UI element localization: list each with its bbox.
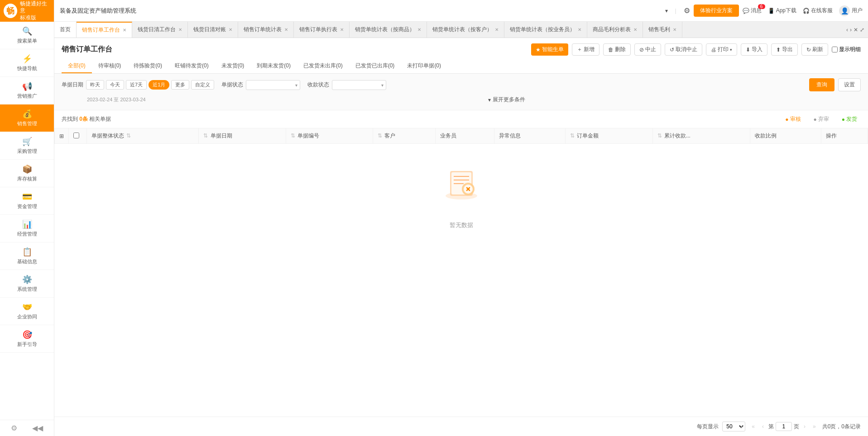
subtab-8[interactable]: 未打印单据(0) bbox=[401, 59, 447, 73]
subtab-4[interactable]: 未发货(0) bbox=[215, 59, 251, 73]
subtab-1[interactable]: 待审核(0) bbox=[92, 59, 128, 73]
tab-6[interactable]: 销货单统计表（按商品）✕ bbox=[350, 22, 427, 38]
subtab-5[interactable]: 到期未发货(0) bbox=[250, 59, 297, 73]
sidebar-item-经营管理[interactable]: 📊经营管理 bbox=[0, 215, 54, 242]
import-btn[interactable]: ⬇ 导入 bbox=[741, 43, 767, 56]
tab-close-2[interactable]: ✕ bbox=[178, 27, 182, 32]
page-size-select[interactable]: 50 20 100 bbox=[722, 422, 745, 431]
date-btn-近1月[interactable]: 近1月 bbox=[149, 80, 169, 90]
tab-label-10: 销售毛利 bbox=[648, 26, 670, 33]
add-btn[interactable]: ＋ 新增 bbox=[572, 43, 599, 56]
tab-close-10[interactable]: ✕ bbox=[673, 27, 676, 32]
sort-amt-up-icon[interactable]: ⇅ bbox=[570, 133, 575, 139]
sidebar-item-采购管理[interactable]: 🛒采购管理 bbox=[0, 132, 54, 160]
print-btn[interactable]: 🖨 打印 ▾ bbox=[706, 43, 737, 56]
last-page-btn[interactable]: » bbox=[810, 422, 819, 431]
query-btn[interactable]: 查询 bbox=[809, 78, 834, 91]
tab-9[interactable]: 商品毛利分析表✕ bbox=[587, 22, 643, 38]
date-btn-更多[interactable]: 更多 bbox=[171, 80, 189, 90]
sort-cust-up-icon[interactable]: ⇅ bbox=[378, 133, 382, 139]
date-btn-昨天[interactable]: 昨天 bbox=[86, 80, 104, 90]
tab-7[interactable]: 销货单统计表（按客户）✕ bbox=[427, 22, 504, 38]
page-input[interactable] bbox=[776, 422, 792, 431]
sidebar-item-销售管理[interactable]: 💰销售管理 bbox=[0, 104, 54, 132]
payment-select[interactable] bbox=[332, 80, 386, 90]
stop-btn[interactable]: ⊘ 中止 bbox=[634, 43, 661, 56]
sidebar-item-企业协同[interactable]: 🤝企业协同 bbox=[0, 298, 54, 325]
smart-create-btn[interactable]: ★ 智能生单 bbox=[531, 43, 568, 56]
sidebar-item-资金管理[interactable]: 💳资金管理 bbox=[0, 187, 54, 215]
select-all-checkbox[interactable] bbox=[73, 133, 79, 138]
page-title: 销售订单工作台 bbox=[62, 45, 112, 54]
app-download-btn[interactable]: 📱 App下载 bbox=[768, 7, 796, 14]
column-settings-icon[interactable]: ⊞ bbox=[59, 133, 64, 139]
collapse-btn[interactable]: ◀◀ bbox=[32, 424, 43, 432]
system-switcher[interactable]: ▾ bbox=[665, 8, 668, 14]
cancel-stop-btn[interactable]: ↺ 取消中止 bbox=[665, 43, 702, 56]
expand-tabs-icon[interactable]: ⤢ bbox=[860, 27, 864, 33]
sidebar-item-搜索菜单[interactable]: 🔍搜索菜单 bbox=[0, 22, 54, 49]
sort-num-up-icon[interactable]: ⇅ bbox=[291, 133, 295, 139]
chevron-right-icon[interactable]: › bbox=[850, 27, 852, 33]
first-page-btn[interactable]: « bbox=[749, 422, 758, 431]
expand-filter-btn[interactable]: ▾ 展开更多条件 bbox=[488, 94, 525, 105]
ship-btn[interactable]: ● 发货 bbox=[838, 114, 861, 124]
subtab-3[interactable]: 旺铺待发货(0) bbox=[168, 59, 215, 73]
user-menu[interactable]: 👤 用户 bbox=[839, 5, 863, 16]
tab-4[interactable]: 销售订单统计表✕ bbox=[238, 22, 294, 38]
sidebar-item-快捷导航[interactable]: ⚡快捷导航 bbox=[0, 49, 54, 77]
sidebar-item-系统管理[interactable]: ⚙️系统管理 bbox=[0, 270, 54, 298]
sidebar-item-营销推广[interactable]: 📢营销推广 bbox=[0, 77, 54, 104]
date-btn-自定义[interactable]: 自定义 bbox=[191, 80, 214, 90]
tab-close-4[interactable]: ✕ bbox=[284, 27, 288, 32]
settings-icon[interactable]: ⚙ bbox=[684, 6, 690, 15]
tab-2[interactable]: 钱货日清工作台✕ bbox=[132, 22, 188, 38]
export-btn[interactable]: ⬆ 导出 bbox=[771, 43, 798, 56]
subtab-label-4: 未发货(0) bbox=[221, 62, 245, 69]
tab-close-7[interactable]: ✕ bbox=[495, 27, 499, 32]
sort-status-icon[interactable]: ⇅ bbox=[126, 133, 131, 139]
tab-close-5[interactable]: ✕ bbox=[340, 27, 344, 32]
date-btn-近7天[interactable]: 近7天 bbox=[126, 80, 147, 90]
prev-page-btn[interactable]: ‹ bbox=[759, 422, 767, 431]
settings-btn[interactable]: ⚙ bbox=[11, 424, 17, 432]
tab-1[interactable]: 销售订单工作台✕ bbox=[77, 22, 132, 38]
tab-close-3[interactable]: ✕ bbox=[229, 27, 232, 32]
message-btn[interactable]: 💬 消息 6 bbox=[743, 7, 762, 14]
tab-5[interactable]: 销售订单执行表✕ bbox=[294, 22, 350, 38]
tab-close-6[interactable]: ✕ bbox=[417, 27, 421, 32]
set-btn[interactable]: 设置 bbox=[838, 78, 861, 91]
chevron-left-icon[interactable]: ‹ bbox=[846, 27, 848, 33]
cancel-review-btn[interactable]: ● 弃审 bbox=[810, 114, 833, 124]
tab-close-1[interactable]: ✕ bbox=[123, 28, 126, 33]
tab-10[interactable]: 销售毛利✕ bbox=[643, 22, 682, 38]
review-btn[interactable]: ● 审核 bbox=[782, 114, 804, 124]
sidebar-item-库存核算[interactable]: 📦库存核算 bbox=[0, 160, 54, 187]
subtab-6[interactable]: 已发货未出库(0) bbox=[297, 59, 349, 73]
sidebar-item-新手引导[interactable]: 🎯新手引导 bbox=[0, 325, 54, 353]
subtab-0[interactable]: 全部(0) bbox=[62, 59, 92, 73]
solution-btn[interactable]: 体验行业方案 bbox=[694, 5, 739, 17]
tab-close-9[interactable]: ✕ bbox=[633, 27, 637, 32]
sidebar-label-7: 经营管理 bbox=[17, 231, 37, 237]
next-page-btn[interactable]: › bbox=[801, 422, 808, 431]
sort-date-up-icon[interactable]: ⇅ bbox=[203, 133, 208, 139]
tab-close-8[interactable]: ✕ bbox=[578, 27, 581, 32]
subtab-2[interactable]: 待拣验货(0) bbox=[127, 59, 168, 73]
sort-cum-up-icon[interactable]: ⇅ bbox=[657, 133, 662, 139]
tab-0[interactable]: 首页 bbox=[54, 22, 77, 38]
date-btn-今天[interactable]: 今天 bbox=[106, 80, 124, 90]
filter-date-item: 单据日期 昨天今天近7天近1月更多自定义 bbox=[62, 80, 214, 90]
tab-3[interactable]: 钱货日清对账✕ bbox=[188, 22, 238, 38]
tabs-more[interactable]: ‹ › ✕ ⤢ bbox=[843, 27, 868, 33]
sidebar-item-基础信息[interactable]: 📋基础信息 bbox=[0, 242, 54, 270]
tab-8[interactable]: 销货单统计表（按业务员）✕ bbox=[504, 22, 587, 38]
status-select[interactable] bbox=[246, 80, 300, 90]
refresh-btn[interactable]: ↻ 刷新 bbox=[801, 43, 828, 56]
subtab-7[interactable]: 已发货已出库(0) bbox=[349, 59, 401, 73]
delete-btn[interactable]: 🗑 删除 bbox=[603, 43, 631, 56]
show-detail-checkbox[interactable] bbox=[832, 47, 838, 52]
close-all-icon[interactable]: ✕ bbox=[854, 27, 858, 33]
online-service-btn[interactable]: 🎧 在线客服 bbox=[803, 7, 833, 14]
show-detail-label[interactable]: 显示明细 bbox=[832, 46, 861, 53]
